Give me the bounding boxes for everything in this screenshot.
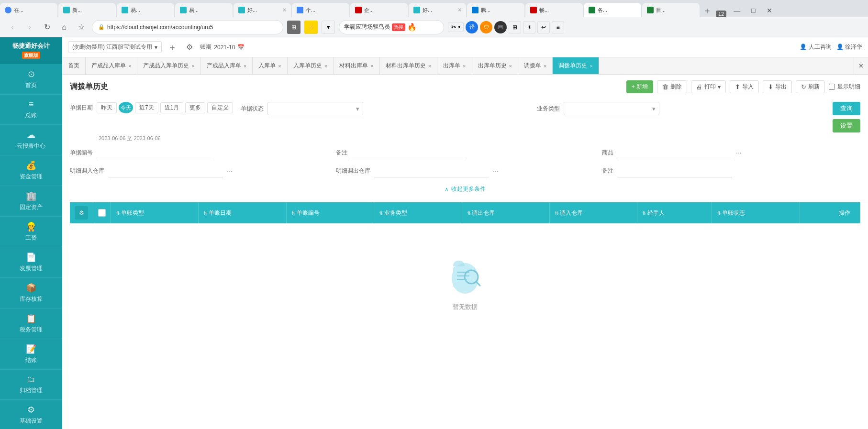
tab-close-icon[interactable]: × bbox=[458, 7, 461, 13]
tab-close-icon[interactable]: × bbox=[283, 7, 286, 13]
app-tab-transfer-history[interactable]: 调拨单历史 × bbox=[553, 57, 599, 75]
minimize-button[interactable]: — bbox=[730, 4, 744, 17]
more-button[interactable]: 更多 bbox=[185, 102, 205, 113]
print-button[interactable]: 🖨 打印 ▾ bbox=[691, 80, 726, 93]
sidebar-item-invoice[interactable]: 📄 发票管理 bbox=[0, 247, 62, 278]
detail-out-input[interactable] bbox=[374, 164, 489, 177]
sidebar-item-archive[interactable]: 🗂 归档管理 bbox=[0, 370, 62, 400]
lightning-icon[interactable]: ⚡ bbox=[304, 21, 318, 34]
collapse-button[interactable]: ∧ 收起更多条件 bbox=[445, 183, 486, 195]
app-tab-close-11[interactable]: × bbox=[590, 63, 592, 69]
th-handler[interactable]: 经手人 bbox=[637, 202, 712, 223]
close-button[interactable]: ✕ bbox=[763, 4, 776, 17]
app-tab-transfer[interactable]: 调拨单 × bbox=[518, 57, 553, 75]
query-button[interactable]: 查询 bbox=[833, 102, 860, 115]
close-all-tabs-button[interactable]: ✕ bbox=[854, 57, 868, 75]
sidebar-item-payroll[interactable]: 👷 工资 bbox=[0, 217, 62, 247]
last7-button[interactable]: 近7天 bbox=[135, 102, 158, 113]
sidebar-item-funds[interactable]: 💰 资金管理 bbox=[0, 155, 62, 186]
sidebar-item-cloud-reports[interactable]: ☁ 云报表中心 bbox=[0, 125, 62, 155]
goods-input[interactable] bbox=[617, 146, 732, 159]
export-button[interactable]: ⬇ 导出 bbox=[763, 80, 792, 93]
detail-in-input[interactable] bbox=[108, 164, 223, 177]
translate-button[interactable]: 译 bbox=[466, 21, 478, 33]
app-tab-mat-outbound[interactable]: 材料出库单 × bbox=[334, 57, 379, 75]
docno-input[interactable] bbox=[97, 146, 211, 159]
adblocker-button[interactable]: 🛡 bbox=[480, 21, 492, 33]
sidebar-logo[interactable]: 畅捷通好会计 旗舰版 bbox=[0, 37, 62, 64]
display-checkbox[interactable] bbox=[829, 84, 835, 90]
browser-tab-12[interactable]: 目... bbox=[642, 3, 700, 17]
remark2-input[interactable] bbox=[617, 164, 732, 177]
settings-button[interactable]: ⚙ bbox=[183, 41, 196, 54]
url-input[interactable]: 🔒 https://cloud.chanjet.com/accounting/u… bbox=[92, 20, 283, 34]
yesterday-button[interactable]: 昨天 bbox=[97, 102, 117, 113]
th-biz-type[interactable]: 业务类型 bbox=[374, 202, 462, 223]
last-month-button[interactable]: 近1月 bbox=[160, 102, 184, 113]
app-tab-close-10[interactable]: × bbox=[544, 63, 546, 69]
forward-button[interactable]: › bbox=[23, 21, 36, 34]
browser-tab-10[interactable]: 畅... bbox=[525, 3, 583, 17]
biz-type-select[interactable] bbox=[564, 102, 659, 115]
user-avatar[interactable]: 👤 徐泽华 bbox=[836, 43, 862, 51]
th-doc-type[interactable]: 单账类型 bbox=[111, 202, 199, 223]
sidebar-item-ledger[interactable]: ≡ 总账 bbox=[0, 95, 62, 125]
sidebar-item-home[interactable]: ⊙ 首页 bbox=[0, 64, 62, 95]
refresh-button[interactable]: ↻ 刷新 bbox=[796, 80, 825, 93]
home-button[interactable]: ⌂ bbox=[57, 21, 71, 34]
reload-button[interactable]: ↻ bbox=[40, 21, 54, 34]
browser-tab-11[interactable]: 各... bbox=[584, 3, 641, 17]
game-button[interactable]: 🎮 bbox=[494, 21, 507, 33]
scissors-button[interactable]: ✂ • bbox=[448, 22, 464, 32]
back-button[interactable]: ‹ bbox=[6, 21, 19, 34]
sun-button[interactable]: ☀ bbox=[523, 21, 535, 33]
sidebar-item-settings[interactable]: ⚙ 基础设置 bbox=[0, 400, 62, 429]
app-tab-close-8[interactable]: × bbox=[463, 63, 466, 69]
th-in-warehouse[interactable]: 调入仓库 bbox=[549, 202, 637, 223]
th-doc-date[interactable]: 单账日期 bbox=[199, 202, 286, 223]
app-tab-close-6[interactable]: × bbox=[370, 63, 373, 69]
app-tab-close-9[interactable]: × bbox=[509, 63, 512, 69]
company-selector[interactable]: (勿删勿禁用) 江西服宝测试专用 ▾ bbox=[68, 41, 162, 53]
app-tab-prod-inbound-history[interactable]: 产成品入库单历史 × bbox=[137, 57, 200, 75]
browser-tab-3[interactable]: 易... bbox=[117, 3, 174, 17]
app-tab-inbound[interactable]: 入库单 × bbox=[253, 57, 287, 75]
th-doc-no[interactable]: 单账编号 bbox=[286, 202, 374, 223]
detail-out-dots[interactable]: ··· bbox=[493, 167, 499, 175]
goods-more-dots[interactable]: ··· bbox=[736, 149, 742, 156]
app-tab-mat-outbound-history[interactable]: 材料出库单历史 × bbox=[380, 57, 437, 75]
maximize-button[interactable]: □ bbox=[746, 4, 760, 17]
app-tab-close-7[interactable]: × bbox=[428, 63, 431, 69]
app-tab-outbound-history[interactable]: 出库单历史 × bbox=[472, 57, 518, 75]
bookmark-button[interactable]: ☆ bbox=[75, 21, 88, 34]
search-bar[interactable]: 学霸应聘场驱鸟员 热搜 🔥 bbox=[339, 20, 444, 34]
browser-tab-2[interactable]: 新... bbox=[58, 3, 116, 17]
table-gear-button[interactable]: ⚙ bbox=[75, 206, 88, 220]
undo-button[interactable]: ↩ bbox=[537, 21, 550, 33]
app-tab-close-5[interactable]: × bbox=[324, 63, 327, 69]
delete-button[interactable]: 🗑 删除 bbox=[657, 80, 687, 93]
sidebar-item-tax[interactable]: 📋 税务管理 bbox=[0, 308, 62, 339]
browser-tab-9[interactable]: 腾... bbox=[467, 3, 524, 17]
app-tab-close-4[interactable]: × bbox=[278, 63, 281, 69]
set-button[interactable]: 设置 bbox=[833, 119, 860, 132]
remark-input[interactable] bbox=[351, 146, 466, 159]
app-tab-inbound-history[interactable]: 入库单历史 × bbox=[288, 57, 334, 75]
import-button[interactable]: ⬆ 导入 bbox=[730, 80, 759, 93]
sidebar-item-fixed-assets[interactable]: 🏢 固定资产 bbox=[0, 186, 62, 217]
app-tab-outbound[interactable]: 出库单 × bbox=[437, 57, 472, 75]
new-tab-button[interactable]: ＋ bbox=[701, 4, 714, 17]
consult-label[interactable]: 👤 人工咨询 bbox=[800, 43, 831, 51]
custom-button[interactable]: 自定义 bbox=[207, 102, 233, 113]
browser-tab-7[interactable]: 企... bbox=[350, 3, 408, 17]
th-out-warehouse[interactable]: 调出仓库 bbox=[462, 202, 549, 223]
status-select[interactable] bbox=[267, 102, 363, 115]
today-button[interactable]: 今天 bbox=[119, 102, 133, 113]
browser-tab-8[interactable]: 好... × bbox=[409, 3, 466, 17]
app-tab-close-3[interactable]: × bbox=[244, 63, 246, 69]
calendar-icon[interactable]: 📅 bbox=[237, 44, 245, 51]
browser-tab-4[interactable]: 易... bbox=[175, 3, 233, 17]
app-tab-prod-inbound-2[interactable]: 产成品入库单 × bbox=[201, 57, 253, 75]
browser-tab-1[interactable]: 在... bbox=[0, 3, 57, 17]
app-tab-close-1[interactable]: × bbox=[128, 63, 131, 69]
